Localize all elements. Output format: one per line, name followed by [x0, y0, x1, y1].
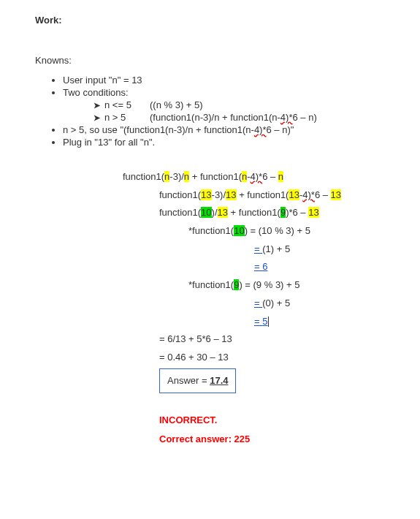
t: 6 — [262, 261, 267, 272]
hl-n: n — [184, 171, 189, 182]
work-line-8: = (0) + 5 — [254, 295, 420, 313]
cond-expr: ((n % 3) + 5) — [150, 99, 203, 110]
known-item-chosen: n > 5, so use "(function1(n-3)/n + funct… — [63, 124, 420, 135]
verdict-status: INCORRECT. — [159, 411, 420, 430]
work-line-5: = (1) + 5 — [254, 240, 420, 259]
eq-icon: = — [254, 298, 262, 308]
hl-13: 13 — [218, 207, 228, 218]
work-line-11: = 0.46 + 30 – 13 — [159, 349, 420, 367]
knowns-list-2: n > 5, so use "(function1(n-3)/n + funct… — [63, 124, 420, 148]
t: 6 – — [293, 207, 309, 218]
t: -3)/ — [212, 189, 226, 200]
hl-10: 10 — [201, 207, 211, 218]
t: function1( — [159, 207, 201, 218]
t: + function1( — [237, 189, 289, 200]
work-line-3: function1(10)/13 + function1(9)*6 – 13 — [159, 204, 420, 222]
condition-row-1: ➤ n <= 5 ((n % 3) + 5) — [93, 99, 420, 110]
value-n: 13 — [131, 75, 142, 86]
t: 5 — [262, 316, 267, 327]
t: ) = (9 % 3) + 5 — [239, 279, 299, 290]
work-line-7: *function1(9) = (9 % 3) + 5 — [188, 276, 420, 295]
t: *function1( — [188, 225, 234, 236]
answer-box: Answer = 17.4 — [159, 368, 236, 394]
t: )/ — [212, 207, 218, 218]
hl-13: 13 — [226, 189, 236, 200]
verdict-correct: Correct answer: 225 — [159, 430, 420, 449]
text: 6 – n) — [292, 112, 316, 123]
hl-13: 13 — [201, 189, 211, 200]
wavy-text: 4)* — [251, 171, 263, 182]
conditions-block: ➤ n <= 5 ((n % 3) + 5) ➤ n > 5 (function… — [93, 99, 420, 123]
t: function1( — [123, 171, 164, 182]
wavy-text: 4)* — [254, 124, 267, 135]
text: 6 – n)" — [267, 124, 294, 135]
text: User input "n" = — [63, 75, 131, 86]
hl-13: 13 — [308, 207, 318, 218]
verdict-block: INCORRECT. Correct answer: 225 — [159, 411, 420, 449]
wavy-text: 4)* — [280, 112, 293, 123]
eq-icon: = — [254, 316, 262, 327]
work-line-6: = 6 — [254, 258, 420, 276]
section-heading: Work: — [35, 15, 420, 26]
knowns-label: Knowns: — [35, 55, 420, 66]
text: n > 5, so use "(function1(n-3)/n + funct… — [63, 124, 254, 135]
t: 6 – — [315, 189, 331, 200]
known-item-plug: Plug in "13" for all "n". — [63, 137, 420, 148]
work-line-2: function1(13-3)/13 + function1(13-4)*6 –… — [159, 186, 420, 205]
page: Work: Knowns: User input "n" = 13 Two co… — [0, 0, 420, 471]
t: 6 – — [262, 171, 278, 182]
hl-n: n — [278, 171, 283, 182]
t: )* — [286, 207, 292, 218]
t: -3)/ — [169, 171, 184, 182]
t: function1( — [159, 189, 201, 200]
arrow-icon: ➤ — [93, 113, 100, 123]
answer-value: 17.4 — [210, 375, 228, 386]
t: *function1( — [188, 279, 234, 290]
t: ) = (10 % 3) + 5 — [245, 225, 310, 236]
wavy-text: 4)* — [302, 189, 315, 200]
t: + function1( — [189, 171, 242, 182]
t: + function1( — [228, 207, 280, 218]
text-cursor-icon — [268, 317, 269, 327]
hl-13: 13 — [331, 189, 341, 200]
cond-expr: (function1(n-3)/n + function1(n-4)*6 – n… — [150, 112, 317, 123]
t: (1) + 5 — [262, 243, 290, 254]
text: (function1(n-3)/n + function1(n- — [150, 112, 280, 123]
work-line-4: *function1(10) = (10 % 3) + 5 — [188, 222, 420, 240]
hl-10: 10 — [234, 225, 244, 236]
cond-test: n <= 5 — [104, 99, 145, 110]
condition-row-2: ➤ n > 5 (function1(n-3)/n + function1(n-… — [93, 112, 420, 123]
work-line-9: = 5 — [254, 313, 420, 331]
t: (0) + 5 — [262, 298, 290, 308]
known-item-conditions: Two conditions: — [63, 87, 420, 98]
eq-icon: = — [254, 261, 262, 272]
arrow-icon: ➤ — [93, 101, 100, 110]
answer-label: Answer = — [167, 375, 210, 386]
derivation-block: function1(n-3)/n + function1(n-4)*6 – n … — [123, 168, 420, 449]
work-line-10: = 6/13 + 5*6 – 13 — [159, 330, 420, 349]
known-item-input: User input "n" = 13 — [63, 75, 420, 86]
hl-13: 13 — [289, 189, 299, 200]
eq-icon: = — [254, 243, 262, 254]
work-line-1: function1(n-3)/n + function1(n-4)*6 – n — [123, 168, 420, 186]
knowns-list: User input "n" = 13 Two conditions: — [63, 75, 420, 98]
cond-test: n > 5 — [104, 112, 145, 123]
